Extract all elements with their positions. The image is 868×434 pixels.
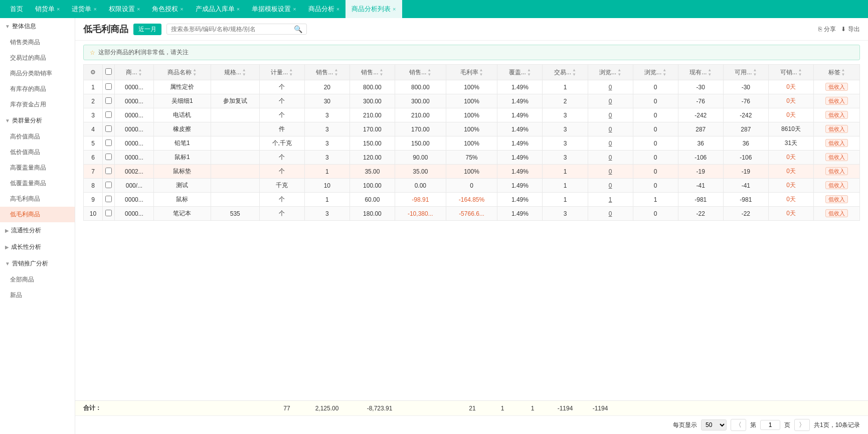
cell-saleable: 0天 xyxy=(768,165,813,179)
cell-checkbox[interactable] xyxy=(103,151,115,165)
cell-browse1[interactable]: 0 xyxy=(588,136,633,151)
nav-permissions[interactable]: 权限设置 × xyxy=(103,0,146,18)
notice-icon: ☆ xyxy=(90,49,95,56)
sidebar-group-growth[interactable]: ▶ 成长性分析 xyxy=(0,239,75,255)
sidebar-group-cluster[interactable]: ▼ 类群量分析 xyxy=(0,112,75,129)
sidebar-item-traded-goods[interactable]: 交易过的商品 xyxy=(0,50,75,66)
col-browse1[interactable]: 浏览...▲▼ xyxy=(588,65,633,80)
sidebar-group-overall[interactable]: ▼ 整体信息 xyxy=(0,18,75,35)
cell-checkbox[interactable] xyxy=(103,179,115,193)
col-unit[interactable]: 计量...▲▼ xyxy=(259,65,304,80)
cell-browse1[interactable]: 0 xyxy=(588,179,633,193)
nav-purchase-order-close[interactable]: × xyxy=(93,6,96,12)
cell-browse1[interactable]: 0 xyxy=(588,94,633,108)
nav-sales-order-close[interactable]: × xyxy=(57,6,60,12)
sidebar-item-sales-goods[interactable]: 销售类商品 xyxy=(0,35,75,50)
cell-browse1[interactable]: 1 xyxy=(588,193,633,207)
sidebar-item-high-profit[interactable]: 高毛利商品 xyxy=(0,191,75,207)
cell-checkbox[interactable] xyxy=(103,193,115,207)
nav-product-analysis[interactable]: 商品分析 × xyxy=(302,0,345,18)
col-tag[interactable]: 标签▲▼ xyxy=(814,65,860,80)
cell-browse1[interactable]: 0 xyxy=(588,165,633,179)
sidebar-item-stock-capital[interactable]: 库存资金占用 xyxy=(0,97,75,112)
cell-num: 4 xyxy=(84,122,103,136)
col-name[interactable]: 商品名称▲▼ xyxy=(153,65,211,80)
col-code[interactable]: 商...▲▼ xyxy=(115,65,154,80)
nav-product-inbound-close[interactable]: × xyxy=(237,6,240,12)
cell-saleable: 0天 xyxy=(768,207,813,221)
sidebar-group-circulation[interactable]: ▶ 流通性分析 xyxy=(0,222,75,239)
nav-product-inbound[interactable]: 产成品入库单 × xyxy=(190,0,246,18)
cell-sales-profit: 0.00 xyxy=(395,179,446,193)
cell-gross-rate: 100% xyxy=(446,80,497,94)
col-sales-qty[interactable]: 销售...▲▼ xyxy=(304,65,350,80)
cell-checkbox[interactable] xyxy=(103,108,115,122)
nav-template-settings-close[interactable]: × xyxy=(293,6,296,12)
col-saleable[interactable]: 可销...▲▼ xyxy=(768,65,813,80)
select-all-checkbox[interactable] xyxy=(105,68,112,75)
nav-sales-order[interactable]: 销货单 × xyxy=(29,0,66,18)
col-coverage[interactable]: 覆盖...▲▼ xyxy=(497,65,543,80)
sidebar-item-stocked-goods[interactable]: 有库存的商品 xyxy=(0,81,75,97)
cell-num: 9 xyxy=(84,193,103,207)
col-available[interactable]: 可用...▲▼ xyxy=(723,65,768,80)
table-row: 1 0000... 属性定价 个 20 800.00 800.00 100% 1… xyxy=(84,80,860,94)
col-browse2[interactable]: 浏览...▲▼ xyxy=(633,65,678,80)
cell-sales-price: 60.00 xyxy=(350,193,395,207)
sidebar-item-category-rate[interactable]: 商品分类助销率 xyxy=(0,66,75,81)
page-title: 低毛利商品 xyxy=(83,23,128,35)
cell-tag: 低收入 xyxy=(814,165,860,179)
sidebar-item-low-value[interactable]: 低价值商品 xyxy=(0,144,75,160)
per-page-select[interactable]: 50 20 100 xyxy=(701,419,727,430)
cell-checkbox[interactable] xyxy=(103,94,115,108)
cell-checkbox[interactable] xyxy=(103,165,115,179)
col-sales-price[interactable]: 销售...▲▼ xyxy=(350,65,395,80)
col-current[interactable]: 现有...▲▼ xyxy=(678,65,723,80)
cell-checkbox[interactable] xyxy=(103,136,115,151)
cell-spec xyxy=(211,108,259,122)
sidebar-item-new-goods[interactable]: 新品 xyxy=(0,287,75,303)
share-button[interactable]: ⎘ 分享 xyxy=(818,25,836,34)
nav-product-analysis-list[interactable]: 商品分析列表 × xyxy=(345,0,402,18)
cell-browse1[interactable]: 0 xyxy=(588,80,633,94)
sidebar-group-marketing[interactable]: ▼ 营销推广分析 xyxy=(0,255,75,272)
prev-page-button[interactable]: 〈 xyxy=(731,419,746,431)
nav-role-auth-close[interactable]: × xyxy=(180,6,183,12)
sidebar-item-high-coverage[interactable]: 高覆盖量商品 xyxy=(0,160,75,176)
col-spec[interactable]: 规格...▲▼ xyxy=(211,65,259,80)
sidebar-item-all-goods[interactable]: 全部商品 xyxy=(0,272,75,287)
cell-checkbox[interactable] xyxy=(103,207,115,221)
col-sales-profit[interactable]: 销售...▲▼ xyxy=(395,65,446,80)
cell-browse1[interactable]: 0 xyxy=(588,207,633,221)
search-icon[interactable]: 🔍 xyxy=(294,25,302,33)
col-settings[interactable]: ⚙ xyxy=(84,65,103,80)
cell-browse2: 0 xyxy=(633,80,678,94)
next-page-button[interactable]: 〉 xyxy=(794,419,810,431)
cell-browse1[interactable]: 0 xyxy=(588,108,633,122)
sidebar-item-low-profit[interactable]: 低毛利商品 xyxy=(0,207,75,222)
nav-product-analysis-list-close[interactable]: × xyxy=(393,6,396,12)
nav-product-analysis-close[interactable]: × xyxy=(336,6,339,12)
export-button[interactable]: ⬇ 导出 xyxy=(841,25,860,34)
nav-role-auth[interactable]: 角色授权 × xyxy=(146,0,189,18)
nav-template-settings[interactable]: 单据模板设置 × xyxy=(246,0,302,18)
cell-checkbox[interactable] xyxy=(103,122,115,136)
search-input[interactable] xyxy=(171,26,294,33)
page-number-input[interactable] xyxy=(760,420,780,430)
cell-transaction: 1 xyxy=(543,179,588,193)
cell-checkbox[interactable] xyxy=(103,80,115,94)
cell-browse1[interactable]: 0 xyxy=(588,122,633,136)
cell-name: 鼠标 xyxy=(153,193,211,207)
sidebar-item-high-value[interactable]: 高价值商品 xyxy=(0,129,75,144)
col-transaction[interactable]: 交易...▲▼ xyxy=(543,65,588,80)
col-gross-rate[interactable]: 毛利率▲▼ xyxy=(446,65,497,80)
cell-browse1[interactable]: 0 xyxy=(588,151,633,165)
nav-purchase-order[interactable]: 进货单 × xyxy=(66,0,102,18)
sidebar-item-low-coverage[interactable]: 低覆盖量商品 xyxy=(0,176,75,191)
nav-home[interactable]: 首页 xyxy=(4,0,29,18)
nav-permissions-close[interactable]: × xyxy=(137,6,140,12)
cell-spec xyxy=(211,122,259,136)
filter-recent-month-button[interactable]: 近一月 xyxy=(133,24,161,35)
col-checkbox-all[interactable] xyxy=(103,65,115,80)
cell-transaction: 3 xyxy=(543,136,588,151)
